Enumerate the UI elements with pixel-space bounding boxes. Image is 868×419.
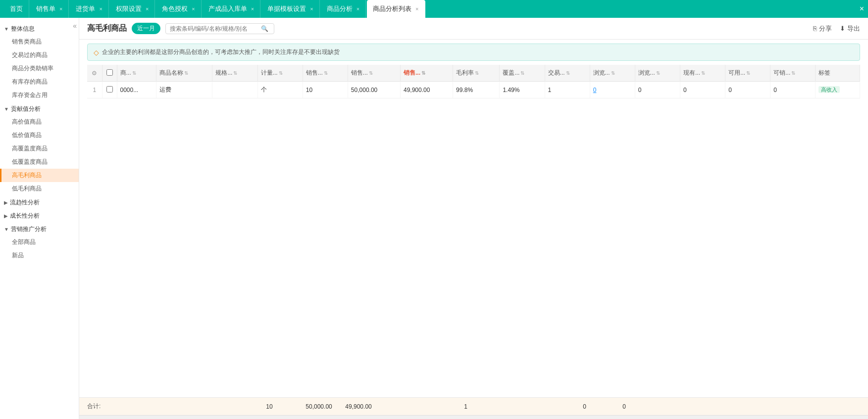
header-actions: ⎘ 分享 ⬇ 导出 (813, 24, 860, 33)
nav-tab-role-close[interactable]: × (192, 6, 195, 12)
sort-icon-unit[interactable]: ⇅ (279, 70, 283, 76)
sidebar-item-high-coverage[interactable]: 高覆盖度商品 (0, 142, 79, 155)
nav-tab-sales[interactable]: 销售单 × (30, 0, 69, 18)
footer-cell-trade: 1 (461, 403, 501, 410)
sidebar-item-high-value[interactable]: 高价值商品 (0, 115, 79, 129)
nav-tab-role[interactable]: 角色授权 × (156, 0, 201, 18)
nav-tab-analysis-label: 商品分析 (327, 4, 353, 13)
sort-icon-view1[interactable]: ⇅ (611, 70, 615, 76)
nav-tab-purchase-close[interactable]: × (99, 6, 102, 12)
col-checkbox[interactable] (102, 65, 117, 82)
filter-btn-month[interactable]: 近一月 (132, 23, 160, 34)
sidebar-item-low-value[interactable]: 低价值商品 (0, 129, 79, 142)
cell-sale-amount: 50,000.00 (348, 82, 400, 98)
sidebar-item-all-goods[interactable]: 全部商品 (0, 235, 79, 249)
sidebar-item-new-goods[interactable]: 新品 (0, 249, 79, 262)
cell-checkbox[interactable] (102, 82, 117, 98)
sort-icon-trade[interactable]: ⇅ (566, 70, 570, 76)
export-btn[interactable]: ⬇ 导出 (840, 24, 860, 33)
footer-cells: 10 50,000.00 49,900.00 1 0 0 (104, 403, 860, 410)
sidebar-group-trend[interactable]: ▶ 流趋性分析 (0, 195, 79, 209)
nav-tab-analysis-list-label: 商品分析列表 (373, 4, 411, 13)
arrow-icon-growth: ▶ (4, 213, 8, 219)
col-trade: 交易...⇅ (545, 65, 590, 82)
sidebar-collapse-btn[interactable]: « (73, 22, 77, 30)
nav-tab-analysis-close[interactable]: × (357, 6, 359, 12)
cell-current: 0 (680, 82, 725, 98)
nav-tab-sales-close[interactable]: × (59, 6, 62, 12)
sidebar-item-sales-goods[interactable]: 销售类商品 (0, 35, 79, 48)
cell-sale-count: 10 (303, 82, 348, 98)
nav-tab-purchase-label: 进货单 (76, 4, 95, 13)
sidebar-item-in-stock[interactable]: 有库存的商品 (0, 75, 79, 89)
cell-view2: 0 (635, 82, 680, 98)
sidebar-group-contribution[interactable]: ▼ 贡献值分析 (0, 102, 79, 115)
cell-spec (212, 82, 257, 98)
col-sale-profit: 销售...⇅ (400, 65, 453, 82)
nav-tab-analysis[interactable]: 商品分析 × (321, 0, 366, 18)
sort-icon-sale-count[interactable]: ⇅ (324, 70, 328, 76)
col-view2: 浏览...⇅ (635, 65, 680, 82)
tip-icon: ◇ (94, 48, 99, 56)
sidebar-group-contribution-label: 贡献值分析 (11, 105, 41, 113)
share-btn[interactable]: ⎘ 分享 (813, 24, 832, 33)
sort-icon-sale-profit[interactable]: ⇅ (421, 70, 425, 76)
sidebar-item-high-margin[interactable]: 高毛利商品 (0, 169, 79, 182)
sort-icon-available[interactable]: ⇅ (746, 70, 750, 76)
sidebar-group-marketing[interactable]: ▼ 营销推广分析 (0, 222, 79, 235)
data-table: ⚙ 商...⇅ 商品名称⇅ 规格...⇅ 计量...⇅ 销售...⇅ 销售...… (87, 65, 860, 98)
footer-cell-sale-profit: 49,900.00 (342, 403, 382, 410)
sort-icon-coverage[interactable]: ⇅ (520, 70, 524, 76)
col-settings[interactable]: ⚙ (87, 65, 102, 82)
footer-cell-sale-count: 10 (263, 403, 303, 410)
cell-seq: 1 (87, 82, 102, 98)
nav-tab-product-entry[interactable]: 产成品入库单 × (203, 0, 260, 18)
sort-icon-current[interactable]: ⇅ (701, 70, 705, 76)
sidebar-item-traded-goods[interactable]: 交易过的商品 (0, 48, 79, 62)
select-all-checkbox[interactable] (106, 69, 113, 76)
sort-icon-code[interactable]: ⇅ (132, 70, 136, 76)
sidebar-group-overall[interactable]: ▼ 整体信息 (0, 22, 79, 35)
nav-tab-analysis-list-close[interactable]: × (415, 6, 418, 12)
footer-bar: 合计: 10 50,000.00 49,900.00 1 0 0 (79, 397, 868, 415)
sort-icon-spec[interactable]: ⇅ (233, 70, 237, 76)
footer-label: 合计: (87, 402, 101, 411)
col-sellable: 可销...⇅ (770, 65, 816, 82)
nav-tab-template-close[interactable]: × (310, 6, 313, 12)
arrow-icon-trend: ▶ (4, 200, 8, 205)
sidebar-item-low-coverage[interactable]: 低覆盖度商品 (0, 155, 79, 169)
sidebar-group-growth[interactable]: ▶ 成长性分析 (0, 209, 79, 222)
sidebar-item-stock-capital[interactable]: 库存资金占用 (0, 89, 79, 102)
sidebar-item-category-rate[interactable]: 商品分类助销率 (0, 62, 79, 75)
row-checkbox[interactable] (106, 86, 113, 93)
sort-icon-margin-rate[interactable]: ⇅ (475, 70, 479, 76)
nav-tab-product-entry-close[interactable]: × (251, 6, 254, 12)
arrow-icon-marketing: ▼ (4, 227, 9, 232)
cell-view1[interactable]: 0 (590, 82, 635, 98)
nav-tab-purchase[interactable]: 进货单 × (70, 0, 108, 18)
sort-icon-sale-amount[interactable]: ⇅ (369, 70, 373, 76)
search-input[interactable] (170, 25, 259, 32)
nav-tab-template[interactable]: 单据模板设置 × (261, 0, 319, 18)
sidebar-item-low-margin[interactable]: 低毛利商品 (0, 182, 79, 195)
cell-code: 0000... (117, 82, 156, 98)
cell-margin-rate: 99.8% (453, 82, 500, 98)
nav-tab-permission-close[interactable]: × (146, 6, 149, 12)
footer-cell-empty1 (104, 403, 144, 410)
sidebar-group-growth-label: 成长性分析 (10, 212, 40, 220)
nav-close-all[interactable]: × (860, 4, 864, 13)
search-icon[interactable]: 🔍 (261, 25, 268, 32)
sort-icon-sellable[interactable]: ⇅ (791, 70, 795, 76)
nav-tab-analysis-list[interactable]: 商品分析列表 × (367, 0, 425, 18)
sort-icon-name[interactable]: ⇅ (184, 70, 188, 76)
footer-cell-empty4 (223, 403, 263, 410)
page-title: 高毛利商品 (87, 23, 127, 34)
scroll-bar-hint (79, 415, 868, 419)
content-area: 高毛利商品 近一月 🔍 ⎘ 分享 ⬇ 导出 ◇ 企业的主要的利润都是这部分商品创… (79, 18, 868, 419)
nav-tab-home[interactable]: 首页 (4, 0, 29, 18)
table-row: 1 0000... 运费 个 10 50,000.00 49,900.00 99… (87, 82, 860, 98)
footer-cell-current: 0 (580, 403, 619, 410)
sort-icon-view2[interactable]: ⇅ (656, 70, 660, 76)
nav-tab-permission[interactable]: 权限设置 × (110, 0, 155, 18)
tip-bar: ◇ 企业的主要的利润都是这部分商品创造的，可考虑加大推广，同时关注库存是不要出现… (87, 44, 860, 61)
